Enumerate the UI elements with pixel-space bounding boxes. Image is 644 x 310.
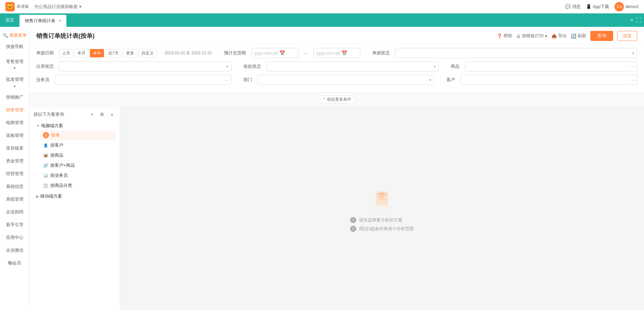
mobile-section-header[interactable]: ▶ 移动端方案 (34, 192, 116, 201)
sidebar-quicknav-btn[interactable]: 快捷导航 (0, 41, 29, 52)
by-order-icon: 按 (43, 132, 49, 138)
sidebar-item-ecommerce[interactable]: 电商管理 (0, 116, 29, 129)
message-btn[interactable]: 💬 消息 (565, 4, 581, 10)
bill-status-label: 单据状态 (372, 50, 390, 56)
department-select[interactable]: ▾ (258, 75, 434, 85)
logo-text: 标准版 (17, 4, 29, 9)
window-expand-btn[interactable]: ⛶ (636, 17, 641, 23)
sidebar-item-wholesale[interactable]: 批发管理 ▴ (0, 73, 29, 91)
sidebar-item-marketing[interactable]: 营销推广 (0, 91, 29, 104)
date-btn-lastmonth[interactable]: 上月 (59, 49, 73, 57)
by-goods-category-icon: 📋 (43, 183, 48, 188)
collapse-panel-btn[interactable]: « (108, 111, 116, 118)
sidebar-item-retail[interactable]: 零售管理 ▾ (0, 55, 29, 73)
customer-input[interactable]: ··· (461, 75, 637, 85)
by-customer-goods-icon: 🔗 (43, 163, 48, 168)
tree-item-by-salesperson[interactable]: 📊 按业务员 (40, 170, 116, 180)
org-selector[interactable]: 办公用品行业模拟账套 ▾ (32, 2, 84, 11)
main-data-area: 1 请先选择要分析的方案 2 用[过滤]条件来缩小分析范围 (120, 107, 644, 310)
tree-item-by-customer[interactable]: 👤 按客户 (40, 140, 116, 150)
user-profile[interactable]: Ea demo2 (614, 2, 639, 11)
salesperson-input[interactable]: ··· (55, 75, 231, 85)
tree-item-by-goods-category[interactable]: 📋 按商品分类 (40, 180, 116, 191)
expected-delivery-end-input[interactable]: yyyy-mm-dd 📅 (313, 48, 360, 58)
date-btn-group: 上月 本月 本年 近7天 更多 自定义 (59, 49, 157, 57)
collapse-button[interactable]: ⌃ 收起更多条件 (318, 95, 356, 104)
print-btn[interactable]: 🖨 按模板打印 ▾ (516, 33, 547, 39)
sidebar-item-appcenter[interactable]: 应用中心 (0, 231, 29, 244)
setting-scheme-btn[interactable]: ⚙ (98, 111, 106, 118)
sidebar-item-system[interactable]: 系统管理 (0, 193, 29, 206)
start-date-placeholder: yyyy-mm-dd (254, 51, 278, 56)
mobile-section-expand-icon: ▶ (36, 194, 39, 199)
pc-section-children: 按 按单 👤 按客户 📦 按商品 🔗 (34, 130, 116, 191)
filter-row-1: 单据日期 上月 本月 本年 近7天 更多 自定义 2023-01-01 至 20… (36, 48, 637, 58)
left-panel-actions: + ⚙ « (88, 111, 116, 118)
sidebar-item-newuser[interactable]: 新手引导 (0, 218, 29, 231)
sidebar-item-member[interactable]: 畅会员 (0, 257, 29, 269)
calendar-start-icon: 📅 (279, 50, 285, 56)
sidebar-item-finance[interactable]: 资金管理 (0, 155, 29, 167)
expected-delivery-start: yyyy-mm-dd 📅 (251, 48, 298, 58)
empty-tips: 1 请先选择要分析的方案 2 用[过滤]条件来缩小分析范围 (350, 217, 414, 232)
customer-text-input[interactable] (464, 78, 630, 83)
refresh-btn[interactable]: 🔄 刷新 (571, 33, 586, 39)
date-btn-more[interactable]: 更多 (123, 49, 137, 57)
filter-row-2: 出库状态 ▾ 收款状态 ▾ 商品 ··· (36, 61, 637, 71)
pc-section-header[interactable]: ▼ 电脑端方案 (34, 121, 116, 130)
help-btn[interactable]: ❓ 帮助 (497, 33, 512, 39)
salesperson-label: 业务员 (36, 77, 49, 83)
app-download-btn[interactable]: 📱 App下载 (586, 4, 609, 10)
empty-tip-1: 1 请先选择要分析的方案 (350, 217, 414, 223)
sidebar-item-enterprise[interactable]: 企业协同 (0, 206, 29, 218)
date-btn-thismonth[interactable]: 本月 (74, 49, 89, 57)
bill-status-select[interactable]: ▾ (395, 48, 637, 58)
sidebar-item-wechat[interactable]: 企业微信 (0, 244, 29, 257)
sidebar-item-inventory[interactable]: 库存核算 (0, 142, 29, 155)
by-goods-icon: 📦 (43, 153, 48, 158)
window-close-btn[interactable]: × (630, 17, 633, 23)
collection-dropdown-icon: ▾ (434, 64, 436, 69)
tree-item-by-goods[interactable]: 📦 按商品 (40, 150, 116, 160)
outbound-status-select[interactable]: ▾ (59, 61, 231, 71)
date-btn-7days[interactable]: 近7天 (105, 49, 122, 57)
salesperson-text-input[interactable] (58, 78, 224, 83)
main-layout: 🔍 搜索菜单 快捷导航 零售管理 ▾ 批发管理 ▴ 营销推广 销售管理 电商管理… (0, 27, 644, 310)
customer-more-btn[interactable]: ··· (630, 77, 634, 83)
app-icon: 📱 (586, 4, 591, 9)
date-btn-custom[interactable]: 自定义 (139, 49, 157, 57)
tab-close-btn[interactable]: × (59, 18, 61, 23)
top-bar: 🐱 标准版 办公用品行业模拟账套 ▾ 💬 消息 📱 App下载 Ea demo2 (0, 0, 644, 13)
query-button[interactable]: 查询 (590, 31, 613, 41)
home-tab[interactable]: 首页 (0, 13, 19, 27)
sidebar-divider (6, 54, 23, 54)
print-icon: 🖨 (516, 34, 521, 39)
expected-delivery-start-input[interactable]: yyyy-mm-dd 📅 (251, 48, 298, 58)
collapse-bar: ⌃ 收起更多条件 (30, 93, 644, 107)
salesperson-more-btn[interactable]: ··· (224, 77, 228, 83)
goods-more-btn[interactable]: ··· (630, 64, 634, 69)
settings-button[interactable]: 设置 (617, 31, 637, 41)
collection-status-label: 收款状态 (244, 63, 261, 69)
empty-state: 1 请先选择要分析的方案 2 用[过滤]条件来缩小分析范围 (350, 185, 414, 232)
logo-icon: 🐱 (5, 2, 15, 11)
sidebar-item-purchase[interactable]: 采购管理 (0, 129, 29, 142)
bill-date-label: 单据日期 (36, 50, 54, 56)
org-name: 办公用品行业模拟账套 (34, 4, 78, 10)
sidebar-item-sales[interactable]: 销售管理 (0, 104, 29, 116)
collection-status-select[interactable]: ▾ (266, 61, 439, 71)
date-separator: — (304, 51, 308, 56)
export-btn[interactable]: 📤 导出 (551, 33, 567, 39)
add-scheme-btn[interactable]: + (88, 111, 96, 118)
expand-icon: ▾ (14, 66, 15, 70)
sidebar-search-btn[interactable]: 🔍 搜索菜单 (0, 30, 29, 41)
goods-text-input[interactable] (468, 64, 630, 69)
active-tab[interactable]: 销售订单统计表 × (19, 15, 66, 27)
outbound-dropdown-icon: ▾ (226, 64, 228, 69)
tree-item-by-order[interactable]: 按 按单 (40, 130, 116, 140)
date-btn-thisyear[interactable]: 本年 (90, 49, 104, 57)
sidebar-item-basic[interactable]: 基础信息 (0, 180, 29, 193)
tree-item-by-customer-goods[interactable]: 🔗 按客户+商品 (40, 160, 116, 170)
goods-input[interactable]: ··· (465, 61, 637, 71)
sidebar-item-operation[interactable]: 经营管理 (0, 167, 29, 180)
